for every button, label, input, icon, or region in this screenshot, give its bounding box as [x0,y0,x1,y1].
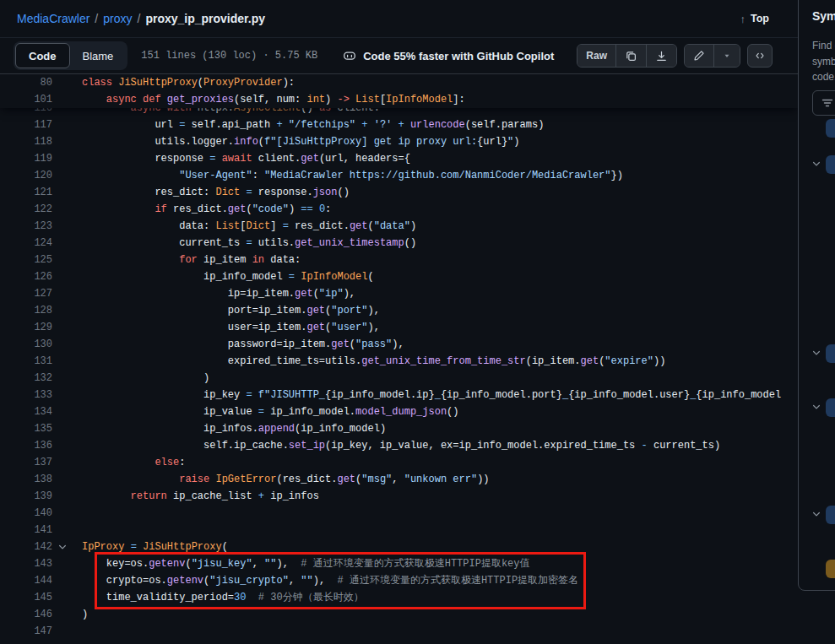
up-arrow-icon: ↑ [740,13,746,25]
code-text: class JiSuHttpProxy(ProxyProvider): [82,74,295,91]
code-line: 80class JiSuHttpProxy(ProxyProvider): [0,74,798,91]
line-number[interactable]: 146 [0,606,52,623]
line-number[interactable]: 101 [0,91,52,108]
line-number[interactable]: 119 [0,150,52,167]
line-number[interactable]: 133 [0,387,52,403]
line-number[interactable]: 132 [0,370,52,387]
line-number[interactable]: 139 [0,488,52,505]
line-number[interactable]: 120 [0,167,52,184]
code-view: 116 async with httpx.AsyncClient() as cl… [0,74,798,644]
symbol-row[interactable] [799,398,835,419]
line-gutter [52,403,82,420]
code-line: 132 ) [0,370,798,387]
tab-blame[interactable]: Blame [70,43,127,68]
line-number[interactable]: 117 [0,116,52,133]
line-number[interactable]: 142 [0,538,52,555]
chevron-down-icon[interactable] [811,402,821,412]
symbols-panel-toggle-button[interactable] [747,44,773,68]
breadcrumb-repo-link[interactable]: MediaCrawler [17,12,89,25]
line-gutter [52,116,82,133]
code-text: response = await client.get(url, headers… [82,150,410,167]
code-line: 127 ip=ip_item.get("ip"), [0,285,798,302]
line-number[interactable]: 135 [0,420,52,437]
symbol-row[interactable] [799,119,835,139]
line-gutter [52,522,82,538]
line-number[interactable]: 140 [0,505,52,522]
line-gutter [52,589,82,606]
line-number[interactable]: 128 [0,302,52,319]
line-number[interactable]: 127 [0,285,52,302]
code-text: ) [82,606,88,623]
symbol-chip[interactable] [826,398,835,417]
line-gutter [52,387,82,403]
chevron-down-icon[interactable] [811,348,821,358]
code-text: ip_key = f"JISUHTTP_{ip_info_model.ip}_{… [82,387,781,403]
symbol-chip[interactable] [826,119,835,138]
line-gutter [52,471,82,488]
line-number[interactable]: 131 [0,353,52,370]
line-number[interactable]: 147 [0,623,52,640]
code-text: expired_time_ts=utils.get_unix_time_from… [82,353,665,370]
code-line: 144 crypto=os.getenv("jisu_crypto", ""),… [0,572,798,589]
symbol-chip[interactable] [826,344,835,363]
code-text: res_dict: Dict = response.json() [82,184,350,201]
line-number[interactable]: 126 [0,268,52,285]
code-line: 139 return ip_cache_list + ip_infos [0,488,798,505]
back-to-top-link[interactable]: ↑ Top [740,13,769,25]
line-gutter [52,353,82,370]
symbol-row[interactable] [799,344,835,365]
line-number[interactable]: 122 [0,201,52,218]
line-number[interactable]: 141 [0,522,52,538]
symbol-chip[interactable] [826,560,835,578]
chevron-down-icon[interactable] [811,159,821,169]
symbol-chip[interactable] [826,155,835,174]
download-button[interactable] [646,45,676,67]
line-number[interactable]: 130 [0,336,52,353]
main-column: MediaCrawler / proxy / proxy_ip_provider… [0,0,798,644]
line-gutter [52,319,82,336]
code-line: 134 ip_value = ip_info_model.model_dump_… [0,403,798,420]
line-number[interactable]: 80 [0,74,52,91]
code-text: key=os.getenv("jisu_key", ""), # 通过环境变量的… [82,555,530,572]
line-gutter [52,555,82,572]
line-number[interactable]: 129 [0,319,52,336]
code-line: 119 response = await client.get(url, hea… [0,150,798,167]
line-number[interactable]: 143 [0,555,52,572]
symbols-panel-content: Symbols Find definitions and references … [799,1,835,590]
line-number[interactable]: 144 [0,572,52,589]
symbol-row[interactable] [799,506,835,526]
line-number[interactable]: 138 [0,471,52,488]
line-number[interactable]: 137 [0,454,52,471]
code-rows: 116 async with httpx.AsyncClient() as cl… [0,100,798,640]
symbol-row[interactable] [799,560,835,580]
breadcrumb-folder-link[interactable]: proxy [103,12,132,25]
symbol-row[interactable] [799,155,835,176]
code-line: 122 if res_dict.get("code") == 0: [0,201,798,218]
code-line: 143 key=os.getenv("jisu_key", ""), # 通过环… [0,555,798,572]
line-number[interactable]: 118 [0,133,52,150]
edit-dropdown-button[interactable] [713,45,740,67]
code-text: ) [82,370,209,387]
edit-button[interactable] [685,45,713,67]
code-line: 121 res_dict: Dict = response.json() [0,184,798,201]
code-blame-segmented-control: Code Blame [14,41,127,70]
fold-chevron-down-icon[interactable] [57,542,68,552]
line-number[interactable]: 123 [0,218,52,235]
code-line: 120 "User-Agent": "MediaCrawler https://… [0,167,798,184]
chevron-down-icon[interactable] [811,509,821,519]
tab-code[interactable]: Code [15,43,70,68]
line-gutter [52,336,82,353]
line-number[interactable]: 121 [0,184,52,201]
symbol-chip[interactable] [826,506,835,524]
line-number[interactable]: 124 [0,235,52,252]
line-number[interactable]: 145 [0,589,52,606]
line-number[interactable]: 134 [0,403,52,420]
code-text: data: List[Dict] = res_dict.get("data") [82,218,416,235]
line-number[interactable]: 125 [0,252,52,268]
code-text: async def get_proxies(self, num: int) ->… [82,91,465,108]
code-line: 123 data: List[Dict] = res_dict.get("dat… [0,218,798,235]
raw-button[interactable]: Raw [577,45,615,67]
breadcrumb-file-name: proxy_ip_provider.py [145,12,265,25]
line-number[interactable]: 136 [0,437,52,454]
copy-button[interactable] [615,45,646,67]
